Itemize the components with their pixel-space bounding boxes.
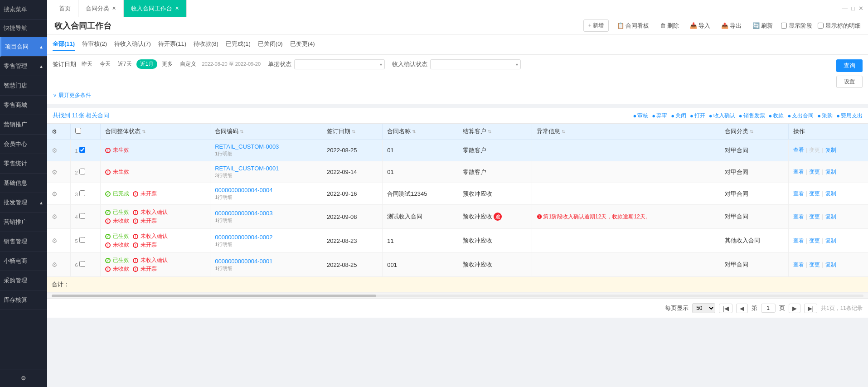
op-btn-复制[interactable]: 复制 bbox=[825, 146, 836, 154]
action-btn-打开[interactable]: ● 打开 bbox=[690, 112, 705, 120]
col-header-customer[interactable]: 结算客户 bbox=[458, 124, 532, 140]
row-code-link[interactable]: 0000000000004-0003 bbox=[215, 210, 272, 217]
op-btn-变更[interactable]: 变更 bbox=[809, 168, 820, 176]
op-btn-变更[interactable]: 变更 bbox=[809, 261, 820, 269]
op-btn-变更[interactable]: 变更 bbox=[809, 146, 820, 154]
op-btn-查看[interactable]: 查看 bbox=[793, 146, 804, 154]
sidebar-item-retail-mgmt[interactable]: 零售管理▲ bbox=[0, 57, 47, 76]
filter-tab-pending-review[interactable]: 待审核(2) bbox=[82, 38, 107, 51]
sidebar-item-inventory[interactable]: 库存核算 bbox=[0, 290, 47, 310]
more-date-btn[interactable]: 更多 bbox=[159, 59, 175, 69]
sidebar-quick-nav[interactable]: 快捷导航 bbox=[0, 19, 47, 37]
sidebar-search[interactable]: 搜索菜单 bbox=[0, 0, 47, 19]
scrollbar-thumb[interactable] bbox=[52, 295, 376, 297]
op-btn-变更[interactable]: 变更 bbox=[809, 190, 820, 198]
doc-status-select[interactable] bbox=[294, 59, 385, 69]
col-header-abnormal[interactable]: 异常信息 bbox=[532, 124, 720, 140]
col-sort-sign_date[interactable]: 签订日期 bbox=[327, 127, 378, 135]
col-sort-category[interactable]: 合同分类 bbox=[725, 127, 784, 135]
row-setting-icon[interactable]: ⚙ bbox=[52, 190, 58, 198]
action-btn-收款[interactable]: ● 收款 bbox=[769, 112, 784, 120]
table-row[interactable]: ⚙5 ✓已生效!未收入确认!未收款!未开票0000000000004-00021… bbox=[47, 229, 868, 253]
filter-tab-pending-income-confirm[interactable]: 待收入确认(7) bbox=[114, 38, 151, 51]
sidebar-item-wholesale-mgmt[interactable]: 批发管理▲ bbox=[0, 193, 47, 213]
filter-tab-closed[interactable]: 已关闭(0) bbox=[258, 38, 283, 51]
col-sort-abnormal[interactable]: 异常信息 bbox=[537, 127, 715, 135]
sidebar-item-basic-info[interactable]: 基础信息 bbox=[0, 174, 47, 193]
sidebar-item-marketing2[interactable]: 营销推广 bbox=[0, 213, 47, 232]
table-row[interactable]: ⚙1 !未生效RETAIL_CUSTOM-00031行明细2022-08-250… bbox=[47, 140, 868, 161]
op-btn-复制[interactable]: 复制 bbox=[825, 190, 836, 198]
import-button[interactable]: 📥 导入 bbox=[687, 20, 713, 31]
next-page-button[interactable]: ▶ bbox=[789, 304, 800, 313]
op-btn-变更[interactable]: 变更 bbox=[809, 237, 820, 245]
row-setting-icon[interactable]: ⚙ bbox=[52, 237, 58, 244]
row-checkbox[interactable] bbox=[79, 190, 85, 196]
op-btn-查看[interactable]: 查看 bbox=[793, 237, 804, 245]
op-btn-查看[interactable]: 查看 bbox=[793, 213, 804, 221]
table-row[interactable]: ⚙3 ✓已完成!未开票0000000000004-00041行明细2022-09… bbox=[47, 183, 868, 205]
table-row[interactable]: ⚙6 ✓已生效!未收入确认!未收款!未开票0000000000004-00011… bbox=[47, 253, 868, 277]
col-header-name[interactable]: 合同名称 bbox=[383, 124, 458, 140]
row-setting-icon[interactable]: ⚙ bbox=[52, 213, 58, 220]
query-button[interactable]: 查询 bbox=[836, 59, 863, 72]
scrollbar-track[interactable] bbox=[52, 295, 863, 297]
row-checkbox[interactable] bbox=[79, 261, 85, 267]
refresh-button[interactable]: 🔄 刷新 bbox=[750, 20, 776, 31]
sidebar-item-xiaochu[interactable]: 小畅电商 bbox=[0, 252, 47, 271]
row-setting-icon[interactable]: ⚙ bbox=[52, 147, 58, 154]
op-btn-查看[interactable]: 查看 bbox=[793, 190, 804, 198]
show-stages-checkbox[interactable] bbox=[781, 23, 787, 29]
sidebar-item-retail-stats[interactable]: 零售统计 bbox=[0, 154, 47, 174]
row-code-link[interactable]: RETAIL_CUSTOM-0001 bbox=[215, 165, 279, 172]
col-sort-customer[interactable]: 结算客户 bbox=[463, 127, 528, 135]
sidebar-item-smart-store[interactable]: 智慧门店 bbox=[0, 76, 47, 96]
op-btn-查看[interactable]: 查看 bbox=[793, 261, 804, 269]
export-button[interactable]: 📤 导出 bbox=[718, 20, 744, 31]
filter-tab-pending-invoice[interactable]: 待开票(11) bbox=[158, 38, 186, 51]
col-header-status[interactable]: 合同整体状态 bbox=[101, 124, 210, 140]
col-header-category[interactable]: 合同分类 bbox=[720, 124, 789, 140]
minimize-button[interactable]: — bbox=[842, 5, 848, 12]
col-sort-name[interactable]: 合同名称 bbox=[387, 127, 453, 135]
action-btn-费用支出[interactable]: ● 费用支出 bbox=[836, 112, 863, 120]
page-input[interactable] bbox=[761, 304, 776, 313]
row-code-link[interactable]: 0000000000004-0001 bbox=[215, 258, 272, 265]
col-header-code[interactable]: 合同编码 bbox=[210, 124, 322, 140]
row-checkbox[interactable] bbox=[79, 147, 85, 153]
maximize-button[interactable]: □ bbox=[851, 5, 855, 12]
sidebar-item-project-contract[interactable]: 项目合同▲ bbox=[0, 37, 47, 57]
add-button[interactable]: + 新增 bbox=[583, 19, 609, 32]
tab-contract-category[interactable]: 合同分类✕ bbox=[78, 0, 124, 17]
table-row[interactable]: ⚙4 ✓已生效!未收入确认!未收款!未开票0000000000004-00031… bbox=[47, 205, 868, 229]
sidebar-settings[interactable]: ⚙ bbox=[0, 369, 47, 387]
row-code-link[interactable]: 0000000000004-0004 bbox=[215, 187, 272, 194]
op-btn-变更[interactable]: 变更 bbox=[809, 213, 820, 221]
row-code-link[interactable]: RETAIL_CUSTOM-0003 bbox=[215, 143, 279, 150]
filter-tab-completed[interactable]: 已完成(1) bbox=[226, 38, 251, 51]
custom-date-btn[interactable]: 自定义 bbox=[177, 59, 199, 69]
tab-home[interactable]: 首页 bbox=[52, 0, 78, 17]
col-sort-code[interactable]: 合同编码 bbox=[215, 127, 317, 135]
delete-button[interactable]: 🗑 删除 bbox=[657, 20, 682, 31]
action-btn-收入确认[interactable]: ● 收入确认 bbox=[709, 112, 735, 120]
close-button[interactable]: ✕ bbox=[858, 5, 863, 12]
action-btn-关闭[interactable]: ● 关闭 bbox=[671, 112, 686, 120]
col-sort-status[interactable]: 合同整体状态 bbox=[105, 127, 205, 135]
row-checkbox[interactable] bbox=[79, 237, 85, 243]
op-btn-复制[interactable]: 复制 bbox=[825, 213, 836, 221]
last7days-btn[interactable]: 近7天 bbox=[115, 59, 135, 69]
income-confirm-select[interactable] bbox=[430, 59, 521, 69]
tab-income-contract[interactable]: 收入合同工作台✕ bbox=[124, 0, 187, 17]
today-btn[interactable]: 今天 bbox=[97, 59, 113, 69]
action-btn-审核[interactable]: ● 审核 bbox=[633, 112, 648, 120]
action-btn-支出合同[interactable]: ● 支出合同 bbox=[787, 112, 814, 120]
show-details-checkbox[interactable] bbox=[818, 23, 824, 29]
col-header-sign_date[interactable]: 签订日期 bbox=[322, 124, 383, 140]
select-all-checkbox[interactable] bbox=[75, 128, 81, 134]
per-page-select[interactable]: 102050100 bbox=[692, 303, 715, 313]
prev-page-button[interactable]: ◀ bbox=[736, 304, 748, 313]
sidebar-item-marketing[interactable]: 营销推广 bbox=[0, 115, 47, 135]
action-btn-弃审[interactable]: ● 弃审 bbox=[652, 112, 667, 120]
filter-tab-changed[interactable]: 已变更(4) bbox=[290, 38, 315, 51]
